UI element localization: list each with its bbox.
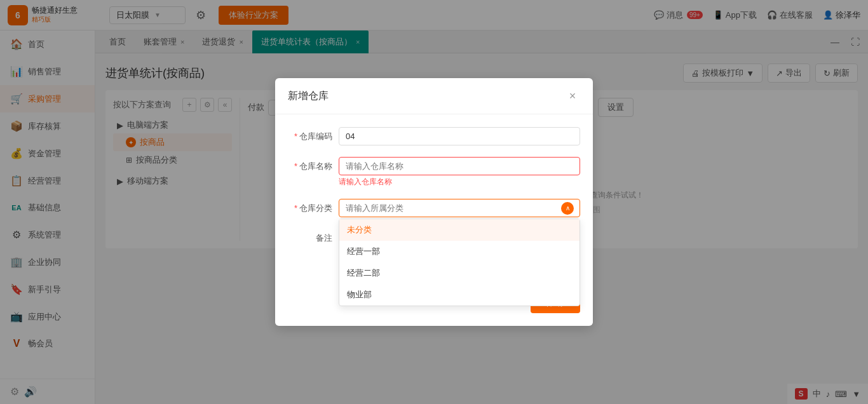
dropdown-item-dept1[interactable]: 经营一部 [339, 241, 580, 262]
form-row-code: 仓库编码 [288, 127, 580, 145]
modal-title: 新增仓库 [288, 90, 329, 103]
category-select-wrap: ∧ [339, 199, 580, 217]
dropdown-item-property[interactable]: 物业部 [339, 284, 580, 306]
note-label: 备注 [288, 229, 339, 244]
category-dropdown: 未分类 经营一部 经营二部 物业部 [339, 219, 580, 306]
name-input[interactable] [339, 157, 580, 175]
modal-close-button[interactable]: × [565, 88, 580, 104]
category-input[interactable] [339, 199, 580, 217]
modal-dialog: 新增仓库 × 仓库编码 仓库名称 请输入仓库名称 [275, 78, 593, 326]
category-input-wrap: ∧ 未分类 经营一部 经营二部 物业部 [339, 199, 580, 217]
dropdown-item-none[interactable]: 未分类 [339, 219, 580, 241]
name-error-msg: 请输入仓库名称 [339, 177, 580, 187]
category-arrow-icon[interactable]: ∧ [561, 202, 574, 215]
name-input-wrap: 请输入仓库名称 [339, 157, 580, 187]
code-input-wrap [339, 127, 580, 145]
modal-overlay: 新增仓库 × 仓库编码 仓库名称 请输入仓库名称 [0, 0, 868, 404]
code-input[interactable] [339, 127, 580, 145]
category-label: 仓库分类 [288, 199, 339, 214]
modal-header: 新增仓库 × [275, 78, 593, 114]
form-row-category: 仓库分类 ∧ 未分类 经营一部 经营二部 物业部 [288, 199, 580, 217]
code-label: 仓库编码 [288, 127, 339, 142]
modal-body: 仓库编码 仓库名称 请输入仓库名称 仓库分类 ∧ [275, 114, 593, 293]
dropdown-item-dept2[interactable]: 经营二部 [339, 262, 580, 284]
name-label: 仓库名称 [288, 157, 339, 172]
form-row-name: 仓库名称 请输入仓库名称 [288, 157, 580, 187]
